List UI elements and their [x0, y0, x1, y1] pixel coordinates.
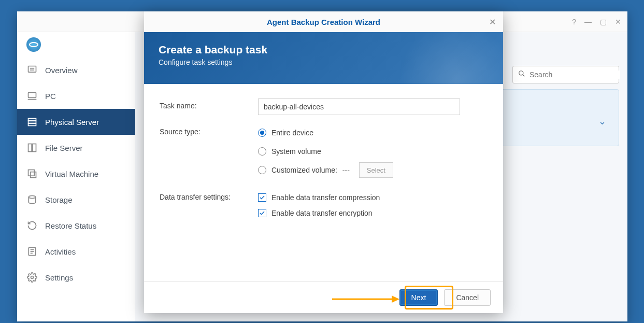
modal-title: Agent Backup Creation Wizard — [267, 18, 380, 26]
sidebar-item-pc[interactable]: PC — [17, 83, 135, 109]
sidebar-item-overview[interactable]: Overview — [17, 57, 135, 83]
sidebar-item-virtual-machine[interactable]: Virtual Machine — [17, 161, 135, 187]
wizard-modal: Agent Backup Creation Wizard ✕ Create a … — [144, 11, 503, 313]
source-type-label: Source type: — [160, 124, 258, 180]
server-icon — [26, 116, 38, 128]
svg-rect-6 — [28, 121, 36, 123]
storage-icon — [26, 194, 38, 205]
modal-titlebar: Agent Backup Creation Wizard ✕ — [144, 11, 503, 32]
maximize-icon[interactable]: ▢ — [600, 18, 607, 26]
radio-entire-device-label: Entire device — [271, 129, 313, 137]
minimize-icon[interactable]: — — [584, 18, 592, 26]
sidebar-item-label: Settings — [45, 273, 73, 282]
svg-rect-11 — [31, 172, 36, 178]
radio-custom-volume[interactable] — [258, 166, 266, 174]
file-server-icon — [26, 142, 38, 153]
svg-point-12 — [28, 196, 35, 199]
sidebar-item-settings[interactable]: Settings — [17, 264, 135, 290]
modal-subheading: Configure task settings — [159, 58, 489, 66]
search-box[interactable] — [512, 66, 619, 83]
sidebar-item-label: Restore Status — [45, 221, 96, 230]
next-button[interactable]: Next — [399, 289, 438, 306]
svg-point-18 — [519, 71, 523, 75]
app-logo-icon — [26, 37, 41, 52]
checkbox-compression[interactable] — [258, 193, 266, 202]
radio-custom-volume-label: Customized volume: — [271, 166, 337, 174]
activities-icon — [26, 246, 38, 257]
sidebar-item-activities[interactable]: Activities — [17, 238, 135, 264]
sidebar-item-label: Physical Server — [45, 118, 99, 127]
overview-icon — [26, 64, 38, 76]
radio-entire-device[interactable] — [258, 129, 266, 137]
modal-body: Task name: Source type: Entire device Sy… — [144, 84, 503, 281]
svg-rect-3 — [28, 92, 36, 97]
task-name-input[interactable] — [258, 99, 460, 115]
task-name-label: Task name: — [160, 99, 258, 115]
sidebar-item-restore-status[interactable]: Restore Status — [17, 213, 135, 238]
modal-footer: Next Cancel — [144, 281, 503, 313]
svg-rect-8 — [28, 144, 32, 152]
sidebar-item-label: Activities — [45, 247, 76, 256]
transfer-settings-label: Data transfer settings: — [160, 190, 258, 221]
chevron-down-icon[interactable]: ⌄ — [598, 116, 606, 127]
sidebar: Overview PC Physical Server File Server … — [17, 32, 135, 321]
checkbox-encryption[interactable] — [258, 209, 266, 217]
modal-header: Create a backup task Configure task sett… — [144, 32, 503, 84]
annotation-arrow — [332, 294, 399, 306]
close-icon[interactable]: ✕ — [489, 17, 496, 27]
svg-rect-10 — [28, 170, 35, 176]
gear-icon — [26, 272, 38, 283]
sidebar-item-label: File Server — [45, 144, 83, 152]
svg-rect-5 — [28, 118, 36, 120]
pc-icon — [26, 90, 38, 102]
close-window-icon[interactable]: ✕ — [615, 18, 621, 26]
restore-icon — [26, 220, 38, 231]
sidebar-item-physical-server[interactable]: Physical Server — [17, 109, 135, 135]
vm-icon — [26, 168, 38, 179]
help-icon[interactable]: ? — [572, 18, 576, 26]
sidebar-item-label: PC — [45, 92, 56, 101]
sidebar-item-label: Virtual Machine — [45, 170, 98, 178]
modal-heading: Create a backup task — [159, 44, 489, 56]
sidebar-item-storage[interactable]: Storage — [17, 187, 135, 213]
sidebar-item-file-server[interactable]: File Server — [17, 135, 135, 161]
checkbox-encryption-label: Enable data transfer encryption — [271, 209, 373, 217]
svg-marker-21 — [392, 296, 399, 303]
checkbox-compression-label: Enable data transfer compression — [271, 193, 380, 202]
cancel-button[interactable]: Cancel — [444, 289, 491, 306]
svg-rect-9 — [33, 144, 36, 152]
sidebar-item-label: Storage — [45, 195, 73, 204]
svg-rect-0 — [28, 66, 36, 73]
radio-system-volume-label: System volume — [271, 147, 321, 156]
svg-rect-7 — [28, 123, 36, 125]
sidebar-item-label: Overview — [45, 66, 78, 75]
select-volume-button[interactable]: Select — [359, 162, 393, 178]
radio-system-volume[interactable] — [258, 147, 266, 156]
custom-volume-value: --- — [342, 166, 350, 174]
svg-line-19 — [523, 75, 525, 77]
search-icon — [518, 70, 525, 79]
svg-point-17 — [31, 276, 34, 279]
search-input[interactable] — [529, 71, 620, 79]
